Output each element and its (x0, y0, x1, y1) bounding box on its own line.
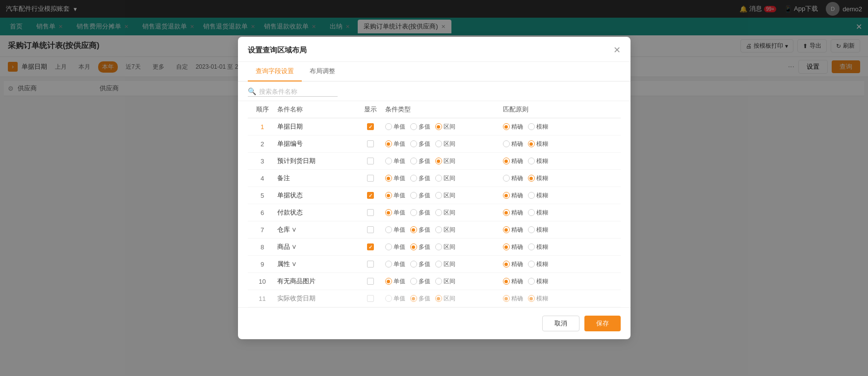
type-single-5[interactable]: 单值 (385, 191, 405, 200)
dialog-tabs: 查询字段设置 布局调整 (238, 62, 631, 81)
tab-layout-adjust[interactable]: 布局调整 (302, 62, 343, 81)
display-check-9[interactable] (367, 261, 374, 268)
type-single-4[interactable]: 单值 (385, 174, 405, 183)
save-label: 保存 (596, 320, 609, 327)
match-exact-3[interactable]: 精确 (503, 157, 523, 165)
match-fuzzy-4[interactable]: 模糊 (528, 174, 548, 183)
type-range-8[interactable]: 区间 (435, 243, 455, 251)
type-range-9[interactable]: 区间 (435, 260, 455, 269)
match-exact-4[interactable]: 精确 (503, 174, 523, 183)
match-exact-6[interactable]: 精确 (503, 209, 523, 217)
search-input[interactable] (259, 88, 338, 95)
type-multi-9[interactable]: 多值 (410, 260, 430, 269)
match-exact-8[interactable]: 精确 (503, 243, 523, 251)
display-check-1[interactable] (367, 123, 374, 130)
display-check-10[interactable] (367, 278, 374, 285)
type-range-5[interactable]: 区间 (435, 191, 455, 200)
cond-name-5: 单据状态 (277, 191, 303, 200)
type-single-1[interactable]: 单值 (385, 123, 405, 131)
match-fuzzy-2[interactable]: 模糊 (528, 140, 548, 148)
match-exact-1[interactable]: 精确 (503, 123, 523, 131)
match-group-9: 精确 模糊 (503, 260, 548, 269)
match-exact-5[interactable]: 精确 (503, 191, 523, 200)
cond-name-6: 付款状态 (277, 208, 303, 217)
display-check-4[interactable] (367, 175, 374, 182)
match-exact-7[interactable]: 精确 (503, 226, 523, 234)
type-single-2[interactable]: 单值 (385, 140, 405, 148)
type-multi-6[interactable]: 多值 (410, 209, 430, 217)
tab-field-settings[interactable]: 查询字段设置 (248, 62, 302, 81)
match-fuzzy-6[interactable]: 模糊 (528, 209, 548, 217)
type-range-6[interactable]: 区间 (435, 209, 455, 217)
match-group-4: 精确 模糊 (503, 174, 548, 183)
dialog-overlay: 设置查询区域布局 ✕ 查询字段设置 布局调整 🔍 顺序 条件名称 显示 (0, 0, 868, 376)
dialog-title: 设置查询区域布局 (248, 46, 307, 55)
type-single-10[interactable]: 单值 (385, 277, 405, 286)
display-check-3[interactable] (367, 158, 374, 164)
type-multi-3[interactable]: 多值 (410, 157, 430, 165)
match-fuzzy-8[interactable]: 模糊 (528, 243, 548, 251)
type-single-8[interactable]: 单值 (385, 243, 405, 251)
type-multi-11[interactable]: 多值 (410, 295, 430, 303)
table-row: 10 有无商品图片 单值 多值 区间 精确 模糊 (248, 273, 621, 290)
type-range-4[interactable]: 区间 (435, 174, 455, 183)
type-range-10[interactable]: 区间 (435, 277, 455, 286)
display-check-2[interactable] (367, 140, 374, 147)
dialog-close-button[interactable]: ✕ (613, 45, 621, 55)
match-exact-2[interactable]: 精确 (503, 140, 523, 148)
order-9: 9 (261, 261, 264, 268)
type-multi-10[interactable]: 多值 (410, 277, 430, 286)
order-11: 11 (259, 295, 265, 302)
type-range-7[interactable]: 区间 (435, 226, 455, 234)
dialog-footer: 取消 保存 (238, 307, 631, 339)
match-fuzzy-3[interactable]: 模糊 (528, 157, 548, 165)
match-fuzzy-1[interactable]: 模糊 (528, 123, 548, 131)
type-single-3[interactable]: 单值 (385, 157, 405, 165)
match-group-1: 精确 模糊 (503, 123, 548, 131)
type-multi-7[interactable]: 多值 (410, 226, 430, 234)
match-fuzzy-7[interactable]: 模糊 (528, 226, 548, 234)
match-fuzzy-5[interactable]: 模糊 (528, 191, 548, 200)
cond-name-1: 单据日期 (277, 122, 303, 131)
cond-name-3: 预计到货日期 (277, 157, 316, 165)
match-exact-10[interactable]: 精确 (503, 277, 523, 286)
type-single-9[interactable]: 单值 (385, 260, 405, 269)
search-icon: 🔍 (248, 87, 256, 95)
display-check-7[interactable] (367, 226, 374, 233)
display-check-5[interactable] (367, 192, 374, 199)
type-multi-4[interactable]: 多值 (410, 174, 430, 183)
header-type: 条件类型 (385, 105, 503, 114)
type-range-2[interactable]: 区间 (435, 140, 455, 148)
match-fuzzy-9[interactable]: 模糊 (528, 260, 548, 269)
type-range-3[interactable]: 区间 (435, 157, 455, 165)
header-name: 条件名称 (277, 105, 356, 114)
type-group-7: 单值 多值 区间 (385, 226, 455, 234)
cancel-button[interactable]: 取消 (542, 316, 579, 331)
search-area: 🔍 (238, 81, 631, 101)
type-group-10: 单值 多值 区间 (385, 277, 455, 286)
display-check-8[interactable] (367, 243, 374, 250)
type-multi-5[interactable]: 多值 (410, 191, 430, 200)
type-single-7[interactable]: 单值 (385, 226, 405, 234)
match-group-10: 精确 模糊 (503, 277, 548, 286)
conditions-table: 顺序 条件名称 显示 条件类型 匹配原则 1 单据日期 单值 多值 区间 (238, 101, 631, 307)
display-check-6[interactable] (367, 209, 374, 216)
match-group-7: 精确 模糊 (503, 226, 548, 234)
match-exact-9[interactable]: 精确 (503, 260, 523, 269)
type-group-3: 单值 多值 区间 (385, 157, 455, 165)
order-3: 3 (261, 158, 264, 165)
type-single-11[interactable]: 单值 (385, 295, 405, 303)
save-button[interactable]: 保存 (584, 316, 621, 331)
match-group-2: 精确 模糊 (503, 140, 548, 148)
match-fuzzy-11[interactable]: 模糊 (528, 295, 548, 303)
type-multi-2[interactable]: 多值 (410, 140, 430, 148)
type-range-1[interactable]: 区间 (435, 123, 455, 131)
type-multi-1[interactable]: 多值 (410, 123, 430, 131)
display-check-11[interactable] (367, 295, 374, 302)
match-fuzzy-10[interactable]: 模糊 (528, 277, 548, 286)
order-6: 6 (261, 209, 264, 216)
type-multi-8[interactable]: 多值 (410, 243, 430, 251)
type-single-6[interactable]: 单值 (385, 209, 405, 217)
match-exact-11[interactable]: 精确 (503, 295, 523, 303)
type-range-11[interactable]: 区间 (435, 295, 455, 303)
